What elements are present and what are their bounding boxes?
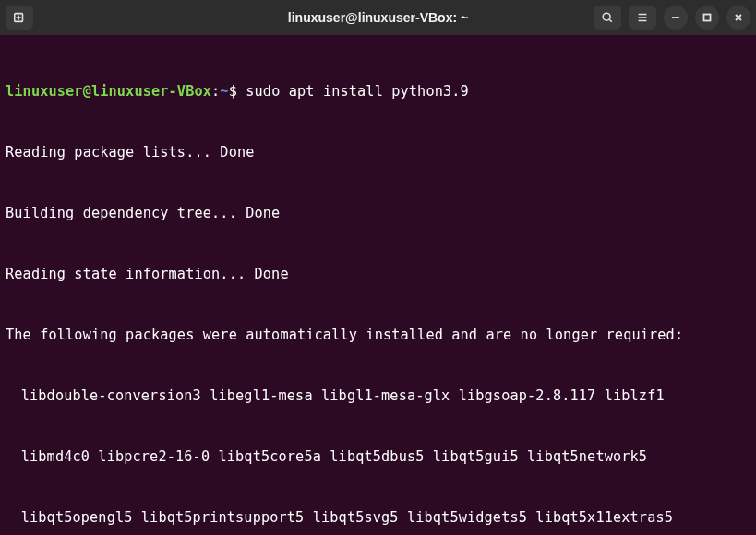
prompt-line: linuxuser@linuxuser-VBox:~$ sudo apt ins… <box>6 81 750 101</box>
output-line: Building dependency tree... Done <box>6 203 750 223</box>
command-text: sudo apt install python3.9 <box>246 83 469 100</box>
new-tab-button[interactable] <box>6 6 33 30</box>
titlebar: linuxuser@linuxuser-VBox: ~ <box>0 0 756 35</box>
output-line: Reading package lists... Done <box>6 142 750 162</box>
minimize-button[interactable] <box>664 6 688 30</box>
output-line: Reading state information... Done <box>6 264 750 284</box>
prompt-user-host: linuxuser@linuxuser-VBox <box>6 83 211 100</box>
svg-rect-2 <box>704 15 711 21</box>
output-line: The following packages were automaticall… <box>6 325 750 345</box>
output-line: libqt5opengl5 libqt5printsupport5 libqt5… <box>21 507 750 528</box>
svg-point-1 <box>603 13 610 20</box>
search-button[interactable] <box>594 6 621 30</box>
menu-button[interactable] <box>629 6 656 30</box>
maximize-button[interactable] <box>695 6 719 30</box>
window-title: linuxuser@linuxuser-VBox: ~ <box>288 10 468 25</box>
output-line: libmd4c0 libpcre2-16-0 libqt5core5a libq… <box>21 446 750 467</box>
prompt-path: ~ <box>220 83 228 100</box>
close-button[interactable] <box>726 6 750 30</box>
output-line: libdouble-conversion3 libegl1-mesa libgl… <box>21 386 750 406</box>
terminal-output[interactable]: linuxuser@linuxuser-VBox:~$ sudo apt ins… <box>0 35 756 535</box>
